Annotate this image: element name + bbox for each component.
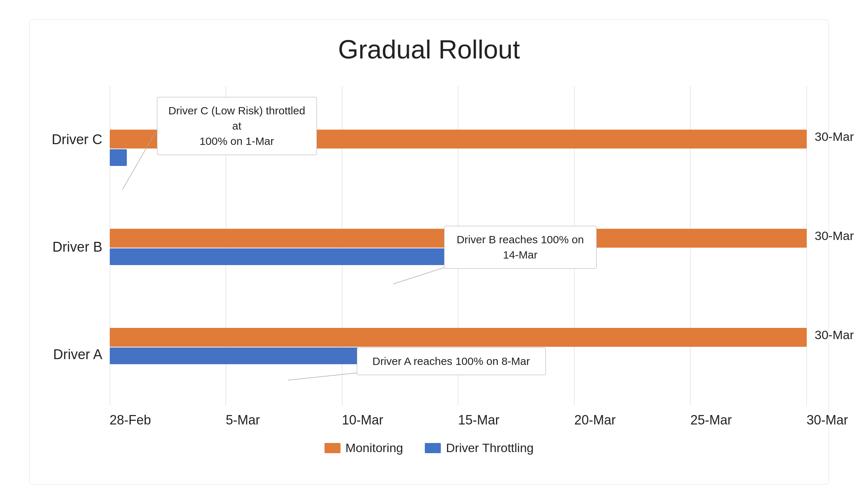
y-label-a: Driver A [52,347,110,362]
legend-swatch-monitoring [325,443,341,453]
legend-label-monitoring: Monitoring [346,441,403,455]
right-label-a: 30-Mar [815,328,854,342]
legend-item-monitoring: Monitoring [325,441,403,455]
annotation-c: Driver C (Low Risk) throttled at100% on … [157,97,317,155]
legend: Monitoring Driver Throttling [52,437,807,455]
grid-and-bars: 30-Mar 30-Mar [110,86,807,405]
annotation-a: Driver A reaches 100% on 8-Mar [357,347,546,375]
right-label-c: 30-Mar [815,130,854,144]
x-axis-labels: 28-Feb 5-Mar 10-Mar 15-Mar 20-Mar 25-Mar… [110,408,807,430]
bar-a-orange [110,328,807,347]
bar-c-blue [110,149,127,166]
chart-container: Gradual Rollout Driver C Driver B Driver… [29,20,829,484]
y-axis-labels: Driver C Driver B Driver A [52,86,110,430]
right-label-b: 30-Mar [815,229,854,243]
bar-a-blue [110,347,375,364]
legend-item-throttling: Driver Throttling [425,441,533,455]
y-label-b: Driver B [52,239,110,255]
plot-area: 30-Mar 30-Mar [110,86,807,430]
legend-label-throttling: Driver Throttling [446,441,533,455]
y-label-c: Driver C [52,132,110,147]
legend-swatch-throttling [425,443,441,453]
annotation-b: Driver B reaches 100% on14-Mar [444,226,597,269]
chart-area: Driver C Driver B Driver A [52,86,807,430]
chart-title: Gradual Rollout [52,34,807,64]
